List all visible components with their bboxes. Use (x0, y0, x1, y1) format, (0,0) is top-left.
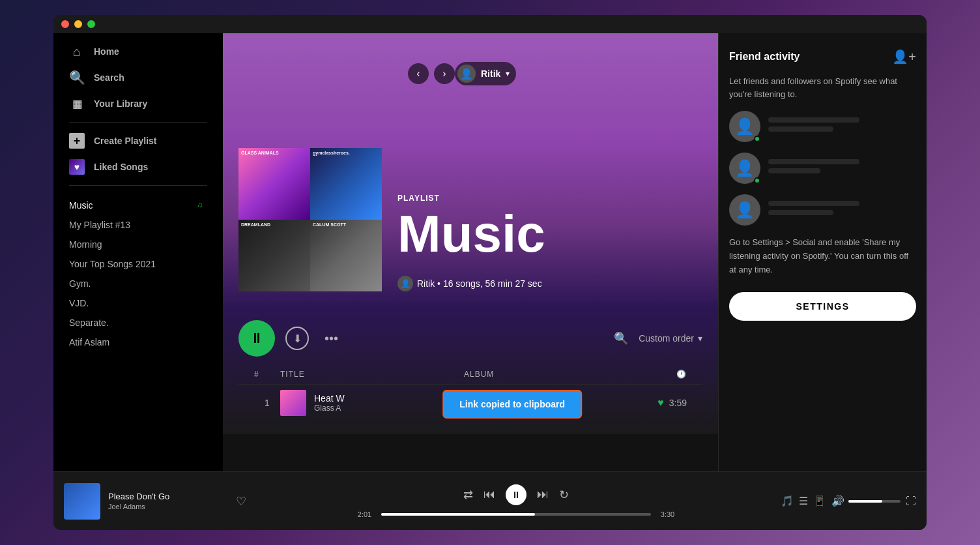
sidebar-item-home[interactable]: ⌂ Home (53, 38, 223, 65)
art-cell-1: GLASS ANIMALS (238, 148, 310, 220)
playlist-label-my-playlist-13: My Playlist #13 (69, 220, 130, 230)
maximize-button[interactable] (87, 20, 95, 28)
playlist-item-gym[interactable]: Gym. (69, 274, 207, 293)
search-tracks-button[interactable]: 🔍 (614, 331, 628, 346)
previous-button[interactable]: ⏮ (483, 488, 495, 501)
playlist-item-vjd[interactable]: VJD. (69, 294, 207, 312)
shuffle-icon: ⇄ (463, 488, 473, 501)
volume-track[interactable] (848, 500, 901, 503)
play-pause-main-icon: ⏸ (512, 490, 521, 500)
clipboard-toast-text: Link copied to clipboard (459, 399, 565, 409)
add-friend-icon[interactable]: 👤+ (892, 49, 916, 65)
friend-avatar-2: 👤 (729, 153, 760, 184)
friend-items: 👤 👤 (729, 111, 916, 226)
download-button[interactable]: ⬇ (285, 327, 309, 350)
like-track-button[interactable]: ♡ (236, 494, 246, 508)
progress-fill (381, 513, 535, 516)
devices-button[interactable]: 📱 (813, 495, 826, 507)
fullscreen-icon: ⛶ (906, 495, 916, 507)
sidebar-divider (69, 122, 207, 123)
volume-icon: 🔊 (831, 495, 844, 507)
queue-button[interactable]: ☰ (799, 495, 808, 507)
repeat-icon: ↻ (559, 488, 569, 501)
playlist-label-music: Music (69, 200, 93, 211)
friend-avatar-1: 👤 (729, 111, 760, 142)
more-options-button[interactable]: ••• (319, 329, 343, 349)
track-number: 1 (254, 398, 280, 408)
play-pause-button[interactable]: ⏸ (238, 320, 275, 357)
close-button[interactable] (61, 20, 69, 28)
now-playing: Please Don't Go Joel Adams ♡ (64, 483, 246, 520)
app-window: ⌂ Home 🔍 Search ▦ Your Library + Create … (53, 15, 927, 530)
playlist-list: Music ♫ My Playlist #13 Morning Your Top… (53, 191, 223, 357)
volume-bar-area: 🔊 (831, 495, 901, 507)
volume-button[interactable]: 🔊 (831, 495, 844, 507)
track-info: Heat W Glass A (280, 390, 464, 416)
art-text-4: CALUM SCOTT (310, 220, 382, 229)
sidebar-label-library: Your Library (94, 98, 147, 109)
friend-info-1 (768, 117, 916, 136)
next-button[interactable]: ⏭ (537, 488, 549, 501)
library-icon: ▦ (69, 96, 85, 111)
playlist-item-music[interactable]: Music ♫ (69, 196, 207, 214)
playlist-type-label: PLAYLIST (397, 194, 702, 203)
progress-track[interactable] (381, 513, 651, 516)
track-title: Heat W (314, 393, 345, 404)
playlist-item-morning[interactable]: Morning (69, 235, 207, 254)
minimize-button[interactable] (74, 20, 82, 28)
user-icon-2: 👤 (735, 159, 755, 177)
title-bar (53, 15, 927, 33)
col-title: TITLE (280, 370, 464, 379)
playlist-item-atif-aslam[interactable]: Atif Aslam (69, 333, 207, 351)
list-item: 👤 (729, 111, 916, 142)
dropdown-chevron-icon: ▾ (506, 69, 510, 78)
playlist-item-top-songs[interactable]: Your Top Songs 2021 (69, 255, 207, 273)
create-playlist-button[interactable]: + Create Playlist (53, 128, 223, 154)
playlist-info: PLAYLIST Music 👤 Ritik • 16 songs, 56 mi… (397, 194, 702, 291)
devices-icon: 📱 (813, 495, 826, 507)
shuffle-button[interactable]: ⇄ (463, 488, 473, 502)
playlist-item-my-playlist-13[interactable]: My Playlist #13 (69, 216, 207, 234)
sidebar-label-home: Home (94, 46, 119, 57)
order-chevron-icon: ▾ (698, 333, 702, 344)
search-icon: 🔍 (69, 70, 85, 85)
col-duration: 🕐 (648, 370, 687, 379)
repeat-button[interactable]: ↻ (559, 488, 569, 502)
playlist-meta-text: Ritik • 16 songs, 56 min 27 sec (417, 278, 542, 289)
art-cell-2: gymclassheroes. (310, 148, 382, 220)
list-item: 👤 (729, 194, 916, 226)
sidebar-item-library[interactable]: ▦ Your Library (53, 91, 223, 117)
settings-button[interactable]: SETTINGS (729, 292, 916, 321)
art-text-3: DREAMLAND (238, 220, 310, 229)
playlist-label-vjd: VJD. (69, 298, 89, 308)
liked-songs-button[interactable]: ♥ Liked Songs (53, 154, 223, 180)
sidebar-item-search[interactable]: 🔍 Search (53, 65, 223, 91)
playlist-label-separate: Separate. (69, 317, 109, 328)
back-button[interactable]: ‹ (408, 63, 429, 84)
sidebar-label-search: Search (94, 72, 124, 83)
user-profile-button[interactable]: 👤 Ritik ▾ (455, 62, 516, 85)
forward-button[interactable]: › (434, 63, 455, 84)
user-name: Ritik (481, 68, 500, 79)
friend-bar-name-3 (768, 201, 859, 206)
next-icon: ⏭ (537, 488, 549, 501)
playlist-title: Music (397, 208, 702, 260)
playlist-art-grid: GLASS ANIMALS gymclassheroes. DREAMLAND … (238, 148, 382, 291)
online-indicator-2 (754, 177, 760, 184)
more-icon: ••• (324, 331, 338, 346)
sidebar-divider-2 (69, 185, 207, 186)
play-pause-main-button[interactable]: ⏸ (506, 484, 526, 505)
col-album: ALBUM (464, 370, 648, 379)
player-buttons: ⇄ ⏮ ⏸ ⏭ ↻ (463, 484, 569, 505)
custom-order-select[interactable]: Custom order ▾ (639, 333, 702, 344)
playlist-item-separate[interactable]: Separate. (69, 314, 207, 332)
lyrics-button[interactable]: 🎵 (781, 495, 794, 507)
fullscreen-button[interactable]: ⛶ (906, 495, 916, 507)
playlist-meta: 👤 Ritik • 16 songs, 56 min 27 sec (397, 276, 702, 291)
play-pause-icon: ⏸ (250, 330, 264, 347)
controls-row: ⏸ ⬇ ••• 🔍 Custom order ▾ (238, 320, 702, 357)
create-playlist-label: Create Playlist (94, 136, 157, 146)
friend-info-2 (768, 159, 916, 177)
track-thumbnail (280, 390, 306, 416)
track-like-icon: ♥ (657, 397, 664, 409)
